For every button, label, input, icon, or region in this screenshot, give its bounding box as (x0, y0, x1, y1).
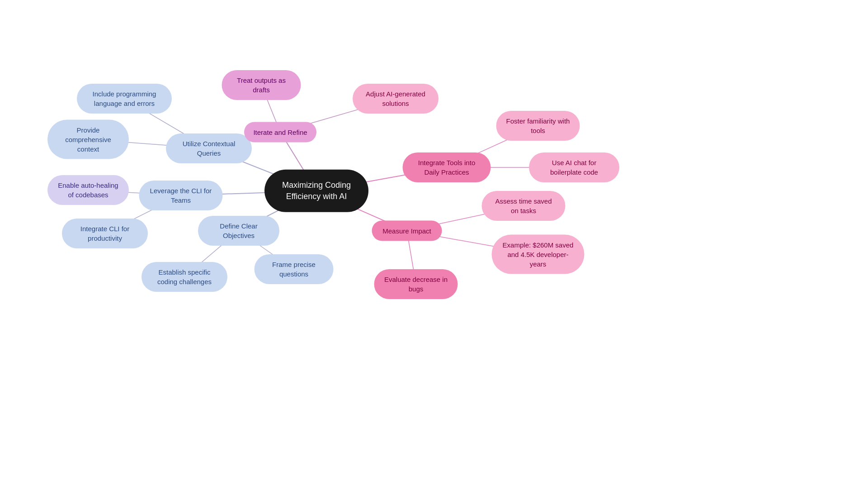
provide-context-node[interactable]: Provide comprehensive context (47, 120, 129, 159)
utilize-contextual-node[interactable]: Utilize Contextual Queries (166, 133, 252, 163)
include-programming-node[interactable]: Include programming language and errors (77, 84, 172, 114)
treat-outputs-node[interactable]: Treat outputs as drafts (222, 70, 301, 100)
adjust-solutions-node[interactable]: Adjust AI-generated solutions (353, 84, 439, 114)
evaluate-bugs-node[interactable]: Evaluate decrease in bugs (374, 269, 458, 299)
foster-familiarity-node[interactable]: Foster familiarity with tools (496, 111, 580, 141)
integrate-tools-node[interactable]: Integrate Tools into Daily Practices (403, 152, 491, 182)
frame-questions-node[interactable]: Frame precise questions (255, 254, 334, 284)
integrate-cli-node[interactable]: Integrate CLI for productivity (62, 219, 148, 248)
assess-time-node[interactable]: Assess time saved on tasks (482, 191, 566, 221)
leverage-cli-node[interactable]: Leverage the CLI for Teams (139, 181, 223, 210)
iterate-refine-node[interactable]: Iterate and Refine (244, 122, 316, 143)
use-ai-chat-node[interactable]: Use AI chat for boilerplate code (529, 152, 619, 182)
enable-autohealing-node[interactable]: Enable auto-healing of codebases (47, 175, 129, 205)
center-node[interactable]: Maximizing Coding Efficiency with AI (264, 170, 368, 212)
define-objectives-node[interactable]: Define Clear Objectives (198, 216, 279, 246)
measure-impact-node[interactable]: Measure Impact (372, 221, 442, 241)
establish-challenges-node[interactable]: Establish specific coding challenges (142, 262, 227, 292)
mindmap-container: Maximizing Coding Efficiency with AI Uti… (0, 0, 868, 490)
example-savings-node[interactable]: Example: $260M saved and 4.5K developer-… (492, 235, 585, 274)
